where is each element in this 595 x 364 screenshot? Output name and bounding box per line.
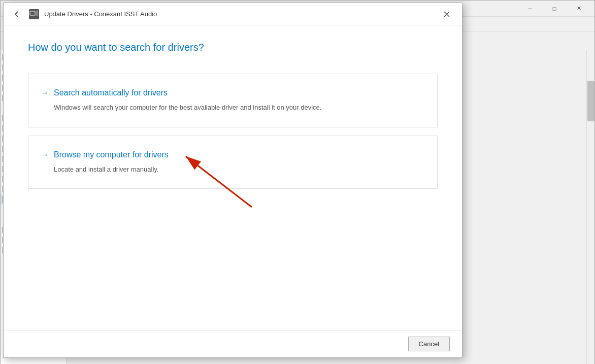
dm-close-btn[interactable]: ✕ (567, 1, 590, 17)
option-description: Locate and install a driver manually. (54, 164, 425, 175)
scrollbar[interactable] (586, 50, 594, 364)
option-title-text: Search automatically for drivers (54, 88, 168, 97)
svg-rect-50 (30, 11, 35, 15)
svg-line-54 (186, 156, 252, 207)
cancel-button[interactable]: Cancel (408, 337, 450, 351)
dm-minimize-btn[interactable]: ─ (518, 1, 542, 17)
dialog-title-text: Update Drivers - Conexant ISST Audio (44, 10, 157, 18)
option-title: → Browse my computer for drivers (41, 150, 425, 159)
option-description: Windows will search your computer for th… (54, 103, 425, 113)
scrollbar-thumb[interactable] (587, 81, 594, 121)
option-arrow-icon: → (41, 88, 49, 97)
option-title-text: Browse my computer for drivers (54, 150, 169, 159)
option-arrow-icon: → (41, 150, 49, 159)
dialog-title-icon (29, 9, 39, 19)
dm-maximize-btn[interactable]: □ (543, 1, 566, 17)
dialog-titlebar: Update Drivers - Conexant ISST Audio (4, 3, 462, 25)
dialog-heading: How do you want to search for drivers? (28, 42, 438, 53)
dialog-footer: Cancel (4, 330, 462, 357)
browse-computer-option[interactable]: → Browse my computer for drivers Locate … (28, 136, 438, 189)
dialog-title-left: Update Drivers - Conexant ISST Audio (10, 7, 157, 21)
dialog-close-button[interactable] (438, 5, 456, 23)
dialog-body: How do you want to search for drivers? →… (4, 25, 462, 330)
dm-window-controls: ─ □ ✕ (518, 1, 590, 17)
option-title: → Search automatically for drivers (41, 88, 425, 97)
update-drivers-dialog: Update Drivers - Conexant ISST Audio How… (3, 3, 462, 358)
dialog-back-button[interactable] (10, 7, 24, 21)
device-manager-window: Device Ma ─ □ ✕ File Action View Help (0, 0, 595, 364)
search-automatically-option[interactable]: → Search automatically for drivers Windo… (28, 74, 438, 127)
